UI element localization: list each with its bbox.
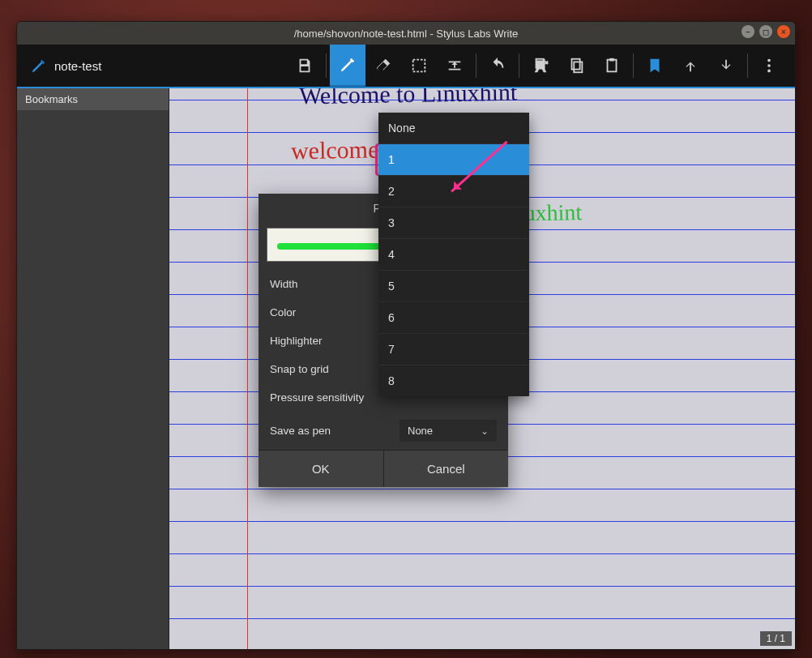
- toolbar: note-test: [17, 45, 795, 88]
- ok-button[interactable]: OK: [259, 451, 383, 487]
- canvas[interactable]: Welcome to Linuxhint welcome to Linuxhin…: [169, 88, 795, 649]
- dropdown-item[interactable]: 8: [378, 365, 529, 396]
- pen-tool-button[interactable]: [330, 44, 365, 88]
- window-maximize-button[interactable]: ◻: [759, 25, 772, 38]
- row-pressure-label: Pressure sensitivity: [270, 391, 364, 404]
- chevron-down-icon: ⌄: [481, 425, 489, 437]
- undo-button[interactable]: [480, 44, 515, 88]
- window-title: /home/shovon/note-test.html - Stylus Lab…: [294, 28, 519, 40]
- dropdown-item[interactable]: None: [378, 113, 529, 144]
- sidebar: Bookmarks: [17, 88, 169, 649]
- next-page-button[interactable]: [708, 44, 744, 88]
- dropdown-item[interactable]: 4: [378, 239, 529, 271]
- ruled-line: [169, 618, 795, 619]
- page-counter: 1 / 1: [760, 631, 792, 646]
- row-width-label: Width: [270, 278, 298, 290]
- eraser-tool-button[interactable]: [365, 44, 401, 88]
- document-tab[interactable]: note-test: [17, 45, 114, 87]
- window-close-button[interactable]: ×: [777, 25, 790, 38]
- svg-rect-5: [609, 58, 614, 62]
- overflow-menu-button[interactable]: [751, 44, 787, 88]
- titlebar: /home/shovon/note-test.html - Stylus Lab…: [17, 22, 795, 45]
- ruled-line: [169, 586, 795, 587]
- svg-rect-3: [574, 62, 582, 72]
- insert-space-button[interactable]: [437, 44, 472, 88]
- separator: [476, 53, 477, 78]
- save-button[interactable]: [287, 44, 323, 88]
- separator: [633, 53, 634, 78]
- svg-point-7: [767, 64, 771, 67]
- svg-rect-0: [413, 60, 425, 72]
- app-window: /home/shovon/note-test.html - Stylus Lab…: [16, 21, 796, 650]
- ruled-line: [169, 521, 795, 522]
- svg-point-8: [767, 70, 771, 73]
- separator: [326, 53, 327, 78]
- svg-point-6: [767, 59, 771, 62]
- dropdown-item[interactable]: 3: [378, 207, 529, 239]
- tab-label: note-test: [54, 59, 101, 73]
- separator: [519, 53, 519, 78]
- ruled-line: [169, 553, 795, 554]
- save-as-pen-select[interactable]: None ⌄: [400, 420, 497, 442]
- bookmark-button[interactable]: [637, 44, 673, 88]
- window-minimize-button[interactable]: –: [741, 25, 754, 38]
- row-color-label: Color: [270, 306, 296, 318]
- dropdown-item[interactable]: 6: [378, 302, 529, 334]
- save-as-pen-dropdown: None12345678: [378, 113, 529, 396]
- cut-button[interactable]: [523, 44, 558, 88]
- row-snap-label: Snap to grid: [270, 363, 329, 375]
- dropdown-item[interactable]: 5: [378, 271, 529, 302]
- svg-rect-2: [572, 59, 580, 70]
- separator: [747, 53, 748, 78]
- ruled-line: [169, 489, 795, 489]
- svg-rect-4: [608, 60, 617, 72]
- cancel-button[interactable]: Cancel: [383, 451, 509, 487]
- copy-button[interactable]: [558, 44, 594, 88]
- row-saveas-label: Save as pen: [270, 425, 331, 437]
- select-tool-button[interactable]: [401, 44, 437, 88]
- margin-line: [247, 88, 248, 649]
- select-value: None: [408, 425, 433, 437]
- pen-icon: [30, 57, 48, 75]
- paste-button[interactable]: [594, 44, 630, 88]
- row-highlighter-label: Highlighter: [270, 335, 323, 347]
- dropdown-item[interactable]: 7: [378, 334, 529, 365]
- dropdown-item[interactable]: 1: [378, 144, 529, 176]
- sidebar-header: Bookmarks: [17, 88, 169, 110]
- prev-page-button[interactable]: [673, 44, 708, 88]
